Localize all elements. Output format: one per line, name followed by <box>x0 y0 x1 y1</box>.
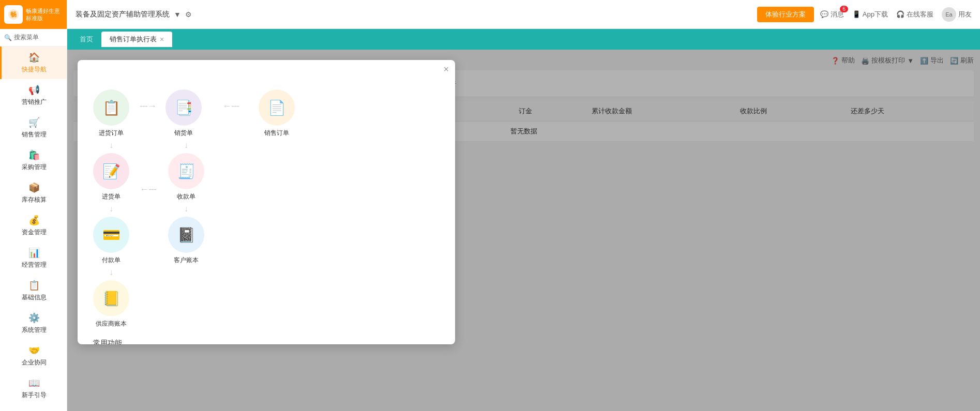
customer-ledger-node: 📓 客户账本 <box>168 217 204 265</box>
h-arrow-top: - - - → <box>140 101 155 112</box>
avatar: Ea <box>942 7 956 22</box>
marketing-icon: 📢 <box>28 84 40 96</box>
message-action[interactable]: 💬 消息 6 <box>820 10 844 19</box>
purchase-invoice-node: 📝 进货单 <box>93 153 129 201</box>
sales-invoice-icon: 📑 <box>165 89 202 126</box>
sidebar-item-inventory[interactable]: 📦 库存核算 <box>0 177 67 209</box>
supplier-ledger-node: 📒 供应商账本 <box>93 280 129 328</box>
enterprise-icon: 🤝 <box>28 345 40 356</box>
content-area: ❓ 帮助 🖨️ 按模板打印 ▼ ⬆️ 导出 🔄 刷新 <box>67 50 980 411</box>
service-icon: 🎧 <box>896 10 904 18</box>
sidebar-search[interactable]: 🔍 搜索菜单 <box>0 29 67 47</box>
purchase-icon: 🛍️ <box>28 149 40 161</box>
tab-close-icon[interactable]: × <box>160 35 164 43</box>
purchase-invoice-icon: 📝 <box>93 153 129 189</box>
sidebar-item-enterprise[interactable]: 🤝 企业协同 <box>0 340 67 372</box>
topbar-actions: 💬 消息 6 📱 App下载 🎧 在线客服 Ea 用友 <box>820 7 972 22</box>
tab-home[interactable]: 首页 <box>71 32 101 47</box>
down-arrow-2: ↓ <box>109 201 113 217</box>
arrow-down-icon-2: ↓ <box>109 204 113 214</box>
common-functions-title: 常用功能 <box>93 339 440 344</box>
main-area: 装备及固定资产辅助管理系统 ▼ ⚙ 体验行业方案 💬 消息 6 📱 App下载 … <box>67 0 980 411</box>
tab-sales-order[interactable]: 销售订单执行表 × <box>101 32 172 47</box>
modal-body: 📋 进货订单 ↓ 📝 进货单 ↓ 💳 <box>78 79 455 344</box>
receipt-icon: 🧾 <box>168 153 204 189</box>
sidebar-item-marketing[interactable]: 📢 营销推广 <box>0 79 67 112</box>
sales-order-icon: 📄 <box>259 89 295 126</box>
common-functions: 常用功能 商品 往来单位 现存量(库存状况表) 现存量(库存分布表) 销售毛利分… <box>93 339 440 344</box>
topbar-title: 装备及固定资产辅助管理系统 ▼ ⚙ <box>76 10 751 19</box>
modal-overlay[interactable]: × 📋 进货订单 ↓ <box>67 50 980 411</box>
basic-info-icon: 📋 <box>28 280 40 291</box>
modal-close-bar: × <box>78 60 455 79</box>
down-arrow-5: ↓ <box>184 201 188 217</box>
svg-text:畅: 畅 <box>10 11 17 18</box>
sales-invoice-node: 📑 销货单 <box>165 89 202 138</box>
arrow-down-icon: ↓ <box>109 141 113 150</box>
modal-dialog: × 📋 进货订单 ↓ <box>78 60 455 344</box>
sidebar-item-purchase[interactable]: 🛍️ 采购管理 <box>0 144 67 177</box>
arrow-down-icon-3: ↓ <box>109 268 113 277</box>
operations-icon: 📊 <box>28 247 40 258</box>
purchase-order-icon: 📋 <box>93 89 129 126</box>
h-arrow-sales: ← - - - <box>222 89 238 112</box>
dropdown-icon[interactable]: ▼ <box>174 10 181 19</box>
purchase-order-node: 📋 进货订单 <box>93 89 129 138</box>
arrow-down-icon-5: ↓ <box>184 204 188 214</box>
sales-order-node: 📄 销售订单 <box>259 89 295 138</box>
logo-icon: 畅 <box>4 5 23 24</box>
customer-ledger-icon: 📓 <box>168 217 204 253</box>
home-icon: 🏠 <box>28 52 40 63</box>
inventory-icon: 📦 <box>28 182 40 193</box>
online-service-action[interactable]: 🎧 在线客服 <box>896 10 933 19</box>
finance-icon: 💰 <box>28 215 40 226</box>
logo-text: 畅康通好生意 标准版 <box>26 7 60 22</box>
sidebar: 畅 畅康通好生意 标准版 🔍 搜索菜单 🏠 快捷导航 📢 营销推广 🛒 销售管理 <box>0 0 67 411</box>
payment-icon: 💳 <box>93 217 129 253</box>
down-arrow-3: ↓ <box>109 265 113 280</box>
app-download-action[interactable]: 📱 App下载 <box>852 10 888 19</box>
down-arrow-1: ↓ <box>109 138 113 153</box>
experience-btn[interactable]: 体验行业方案 <box>757 7 814 22</box>
message-icon: 💬 <box>820 10 828 18</box>
h-arrows: - - - → ← - - - <box>140 89 155 195</box>
sidebar-item-sales[interactable]: 🛒 销售管理 <box>0 112 67 144</box>
supplier-ledger-icon: 📒 <box>93 280 129 316</box>
down-arrow-4: ↓ <box>184 138 188 153</box>
topbar: 装备及固定资产辅助管理系统 ▼ ⚙ 体验行业方案 💬 消息 6 📱 App下载 … <box>67 0 980 29</box>
download-icon: 📱 <box>852 10 861 18</box>
sales-icon: 🛒 <box>28 117 40 128</box>
sidebar-item-system[interactable]: ⚙️ 系统管理 <box>0 307 67 340</box>
payment-node: 💳 付款单 <box>93 217 129 265</box>
newbie-icon: 📖 <box>28 377 40 389</box>
h-arrow-bottom: ← - - - <box>140 184 155 195</box>
arrow-down-icon-4: ↓ <box>184 141 188 150</box>
sidebar-item-basic-info[interactable]: 📋 基础信息 <box>0 275 67 307</box>
search-icon: 🔍 <box>4 34 12 41</box>
modal-close-btn[interactable]: × <box>443 64 449 75</box>
sidebar-item-operations[interactable]: 📊 经营管理 <box>0 242 67 275</box>
sidebar-menu: 🏠 快捷导航 📢 营销推广 🛒 销售管理 🛍️ 采购管理 📦 库存核算 💰 <box>0 47 67 411</box>
sidebar-item-quick-nav[interactable]: 🏠 快捷导航 <box>0 47 67 79</box>
system-icon: ⚙️ <box>28 312 40 324</box>
sidebar-item-newbie[interactable]: 📖 新手引导 <box>0 372 67 405</box>
settings-icon[interactable]: ⚙ <box>185 10 192 19</box>
user-action[interactable]: Ea 用友 <box>942 7 972 22</box>
receipt-node: 🧾 收款单 <box>168 153 204 201</box>
tabbar: 首页 销售订单执行表 × <box>67 29 980 50</box>
sidebar-item-finance[interactable]: 💰 资金管理 <box>0 209 67 242</box>
sidebar-logo: 畅 畅康通好生意 标准版 <box>0 0 67 29</box>
